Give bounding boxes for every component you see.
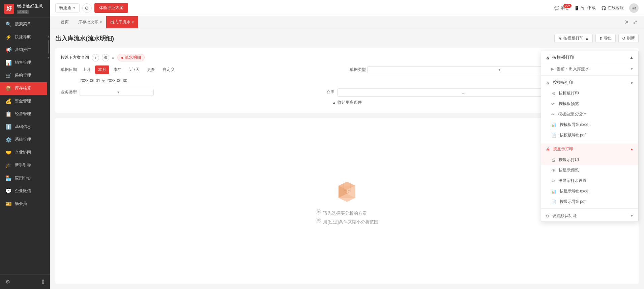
- config-condition-button[interactable]: ⚙: [102, 54, 109, 61]
- template-preview-item[interactable]: 👁 按模板预览: [541, 99, 638, 109]
- tab-batch-close[interactable]: ×: [100, 20, 102, 24]
- phone-icon: 📱: [574, 6, 579, 10]
- sidebar-item-label: 企业微信: [15, 188, 31, 194]
- sidebar-item-search[interactable]: 🔍 搜索菜单: [0, 18, 50, 31]
- template-print-item[interactable]: 🖨 按模板打印: [541, 88, 638, 99]
- refresh-button[interactable]: ↺ 刷新: [618, 34, 639, 43]
- doc-type-label: 单据类型: [350, 67, 366, 73]
- biz-type-dropdown[interactable]: ▼: [80, 89, 154, 96]
- sidebar-scroll-up[interactable]: ▲: [46, 34, 51, 39]
- sidebar-item-sales[interactable]: 📊 销售管理: [0, 56, 50, 69]
- tab-expand-button[interactable]: ⤢: [632, 18, 639, 27]
- sidebar-item-label: 应用中心: [15, 175, 31, 181]
- filter-chip[interactable]: ● 流水明细: [117, 54, 145, 61]
- header-right: 💬 消息 99+ 📱 App下载 🎧 在线客服 Rit: [554, 3, 639, 13]
- app-download-button[interactable]: 📱 App下载: [574, 5, 596, 11]
- display-print-sub-icon: 🖨: [551, 158, 555, 162]
- message-button[interactable]: 💬 消息 99+: [554, 5, 569, 11]
- date-btn-this-year[interactable]: 本年: [111, 65, 125, 74]
- empty-tip-1: ① 请先选择要分析的方案: [316, 209, 378, 218]
- sidebar-item-label: 营销推广: [15, 47, 31, 53]
- company-selector-chevron: ▼: [72, 6, 76, 10]
- print-current-text: 当前：出入库流水: [557, 66, 589, 72]
- display-excel-icon: 📊: [551, 189, 556, 194]
- sidebar-item-inventory[interactable]: 📦 库存核算: [0, 82, 50, 95]
- header-settings-button[interactable]: ⚙: [82, 3, 92, 13]
- display-preview-sub-icon: 👁: [551, 168, 555, 173]
- collapse-sidebar-icon[interactable]: ⟪: [41, 279, 45, 285]
- display-export-pdf-item[interactable]: 📄 按显示导出pdf: [541, 196, 638, 207]
- template-export-pdf-label: 按模板导出pdf: [560, 132, 586, 138]
- display-print-chevron: ▲: [630, 147, 634, 151]
- shortcut-icon: ⚡: [5, 34, 11, 40]
- user-avatar[interactable]: Rit: [629, 3, 639, 13]
- display-preview-item[interactable]: 👁 按显示预览: [541, 165, 638, 176]
- sidebar-item-marketing[interactable]: 📢 营销推广: [0, 44, 50, 56]
- date-btn-custom[interactable]: 自定义: [159, 65, 178, 74]
- sidebar-item-guide[interactable]: 🎓 新手引导: [0, 159, 50, 172]
- collapse-conditions-button[interactable]: «: [112, 55, 115, 60]
- sidebar-item-basic[interactable]: ℹ️ 基础信息: [0, 121, 50, 133]
- filter-chip-icon: ●: [121, 55, 123, 60]
- refresh-label: 刷新: [627, 35, 635, 41]
- purchase-icon: 🛒: [5, 73, 11, 79]
- print-dropdown-header: 🖨 按模板打印 ▲: [541, 51, 638, 64]
- tabs-actions: ✕ ⤢: [623, 18, 639, 27]
- display-print-sub-label: 按显示打印: [559, 157, 579, 163]
- tab-home[interactable]: 首页: [55, 16, 74, 28]
- template-export-excel-item[interactable]: 📊 按模板导出excel: [541, 120, 638, 130]
- basic-icon: ℹ️: [5, 124, 11, 130]
- sidebar-item-member[interactable]: 🎫 畅会员: [0, 198, 50, 210]
- date-btn-7days[interactable]: 近7天: [126, 65, 143, 74]
- export-button[interactable]: ⬆ 导出: [595, 34, 616, 43]
- template-custom-item[interactable]: ✏ 模板自定义设计: [541, 109, 638, 120]
- date-btn-this-month[interactable]: 本月: [95, 65, 109, 74]
- tab-current-close[interactable]: ×: [132, 20, 134, 24]
- tab-batch[interactable]: 库存批次账 ×: [74, 16, 106, 28]
- guide-icon: 🎓: [5, 162, 11, 168]
- sidebar-item-shortcut[interactable]: ⚡ 快捷导航: [0, 31, 50, 44]
- divider-3: [541, 208, 638, 209]
- display-print-section-header[interactable]: 🖨 按显示打印 ▲: [541, 143, 638, 155]
- company-name: 畅捷通: [59, 5, 71, 11]
- sidebar-item-system[interactable]: ⚙️ 系统管理: [0, 133, 50, 146]
- svg-point-7: [344, 190, 346, 191]
- sidebar-item-label: 采购管理: [15, 73, 31, 78]
- settings-icon[interactable]: ⚙: [5, 279, 10, 285]
- template-print-section-title: 🖨 按模板打印: [546, 80, 573, 85]
- company-selector[interactable]: 畅捷通 ▼: [55, 3, 80, 12]
- display-print-item[interactable]: 🖨 按显示打印: [541, 155, 638, 165]
- system-icon: ⚙️: [5, 137, 11, 143]
- tab-current[interactable]: 出入库流水 ×: [106, 16, 138, 28]
- trial-button[interactable]: 体验行业方案: [94, 3, 128, 13]
- print-template-button[interactable]: 🖨 按模板打印 ▲: [554, 34, 593, 43]
- sidebar-item-operations[interactable]: 📋 经营管理: [0, 108, 50, 121]
- footer-content: ⚙ 设置默认功能: [546, 213, 577, 219]
- date-btn-more[interactable]: 更多: [144, 65, 158, 74]
- template-print-section-header[interactable]: 🖨 按模板打印 ▶: [541, 77, 638, 88]
- current-arrow-icon: ▶: [551, 67, 554, 71]
- display-print-settings-item[interactable]: ⚙ 按显示打印设置: [541, 176, 638, 186]
- header-left: 畅捷通 ▼ ⚙ 体验行业方案: [55, 3, 554, 13]
- sidebar-item-enterprise[interactable]: 🤝 企业协同: [0, 146, 50, 159]
- sidebar-item-appstore[interactable]: 🏪 应用中心: [0, 172, 50, 185]
- sidebar-item-label: 搜索菜单: [15, 21, 31, 27]
- add-condition-button[interactable]: +: [92, 54, 99, 61]
- sidebar-bottom: ⚙ ⟪: [0, 274, 50, 289]
- template-print-chevron: ▶: [631, 81, 634, 84]
- print-dropdown-collapse-button[interactable]: ▲: [630, 55, 634, 60]
- tab-home-label: 首页: [61, 19, 69, 25]
- sidebar-item-weixin[interactable]: 💬 企业微信: [0, 185, 50, 198]
- user-name: Rit: [632, 6, 636, 10]
- date-btn-last-month[interactable]: 上月: [80, 65, 94, 74]
- date-range-value: 2023-06-01 至 2023-06-30: [80, 78, 127, 83]
- display-export-excel-item[interactable]: 📊 按显示导出excel: [541, 186, 638, 196]
- template-export-pdf-item[interactable]: 📄 按模板导出pdf: [541, 130, 638, 140]
- sidebar-scroll-down[interactable]: ▼: [46, 55, 51, 60]
- customer-service-button[interactable]: 🎧 在线客服: [601, 5, 624, 11]
- sidebar-item-finance[interactable]: 💰 资金管理: [0, 95, 50, 108]
- tab-close-window-button[interactable]: ✕: [623, 18, 630, 27]
- display-print-settings-label: 按显示打印设置: [558, 178, 587, 184]
- set-default-function-button[interactable]: ⚙ 设置默认功能 ▼: [541, 210, 638, 221]
- sidebar-item-purchase[interactable]: 🛒 采购管理: [0, 69, 50, 82]
